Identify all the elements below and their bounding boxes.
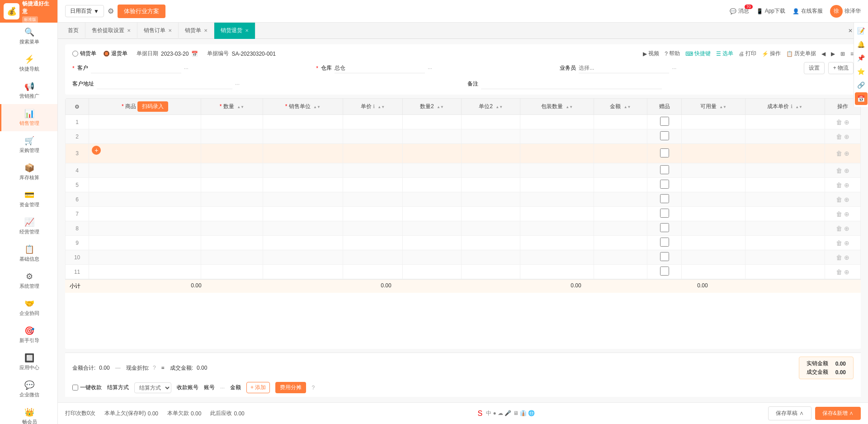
- date-calendar-icon[interactable]: 📅: [191, 51, 198, 57]
- gift-checkbox-1[interactable]: [660, 117, 669, 126]
- cell-amount-8[interactable]: [594, 221, 647, 236]
- cell-product-11[interactable]: [89, 265, 201, 279]
- cell-cost-price-6[interactable]: [745, 192, 825, 207]
- cell-available-9[interactable]: [682, 236, 745, 250]
- industry-selector[interactable]: 日用百货 ▼: [65, 5, 104, 17]
- radio-return[interactable]: 退货单: [104, 50, 127, 57]
- cell-unit-10[interactable]: [263, 250, 343, 265]
- cell-qty-9[interactable]: [201, 236, 263, 250]
- product-input-6[interactable]: [118, 196, 172, 203]
- sidebar-item-sales[interactable]: 📊 销售管理: [0, 104, 57, 131]
- cell-gift-10[interactable]: [647, 250, 681, 265]
- cell-price-9[interactable]: [343, 236, 403, 250]
- print-btn[interactable]: 🖨 打印: [739, 50, 756, 57]
- cell-amount-4[interactable]: [594, 163, 647, 178]
- tab-2[interactable]: 销售订单✕: [137, 23, 179, 39]
- sidebar-item-wechat[interactable]: 💬 企业微信: [0, 376, 57, 403]
- cell-pkg-4[interactable]: [520, 163, 594, 178]
- nav-prev-btn[interactable]: ◀: [821, 51, 826, 57]
- cell-product-2[interactable]: [89, 129, 201, 144]
- cell-price-10[interactable]: [343, 250, 403, 265]
- cell-qty-1[interactable]: [201, 115, 263, 129]
- cell-qty-11[interactable]: [201, 265, 263, 279]
- cell-unit2-6[interactable]: [461, 192, 520, 207]
- sidebar-item-purchase[interactable]: 🛒 采购管理: [0, 131, 57, 158]
- available-sort-icon[interactable]: ▲▼: [719, 105, 726, 109]
- qty-input-5[interactable]: [218, 182, 245, 188]
- qty-input-8[interactable]: [218, 225, 245, 232]
- copy-btn-5[interactable]: ⊕: [844, 181, 849, 189]
- cell-gift-3[interactable]: [647, 144, 681, 163]
- cell-unit2-11[interactable]: [461, 265, 520, 279]
- cell-pkg-10[interactable]: [520, 250, 594, 265]
- cell-price-1[interactable]: [343, 115, 403, 129]
- cost-sort-icon[interactable]: ▲▼: [795, 105, 802, 109]
- topbar-gear-icon[interactable]: ⚙: [108, 7, 114, 15]
- one-click-payment-check[interactable]: 一键收款: [72, 384, 102, 391]
- cell-cost-price-2[interactable]: [745, 129, 825, 144]
- col-gear[interactable]: ⚙: [66, 99, 89, 115]
- unit-input-3[interactable]: [289, 150, 316, 157]
- copy-btn-1[interactable]: ⊕: [844, 119, 849, 126]
- delete-btn-2[interactable]: 🗑: [836, 133, 842, 140]
- cell-qty2-11[interactable]: [402, 265, 461, 279]
- cell-product-5[interactable]: [89, 178, 201, 192]
- cell-unit-1[interactable]: [263, 115, 343, 129]
- cell-unit2-9[interactable]: [461, 236, 520, 250]
- customer-input[interactable]: [91, 63, 181, 73]
- cell-pkg-7[interactable]: [520, 207, 594, 221]
- gift-checkbox-9[interactable]: [660, 238, 669, 247]
- unit-input-5[interactable]: [289, 182, 316, 188]
- cell-pkg-5[interactable]: [520, 178, 594, 192]
- unit-input-8[interactable]: [289, 225, 316, 232]
- cell-available-1[interactable]: [682, 115, 745, 129]
- online-support-btn[interactable]: 👤 在线客服: [793, 7, 823, 15]
- cell-unit-6[interactable]: [263, 192, 343, 207]
- right-panel-note-btn[interactable]: 📝: [855, 24, 868, 37]
- unit-input-11[interactable]: [289, 269, 316, 275]
- cell-product-6[interactable]: [89, 192, 201, 207]
- gift-checkbox-2[interactable]: [660, 131, 669, 140]
- right-panel-alert-btn[interactable]: 🔔: [855, 38, 868, 51]
- cell-qty-10[interactable]: [201, 250, 263, 265]
- history-btn[interactable]: 📋 历史单据: [786, 50, 816, 57]
- unit-input-10[interactable]: [289, 254, 316, 261]
- delete-btn-6[interactable]: 🗑: [836, 196, 842, 203]
- cell-product-4[interactable]: [89, 163, 201, 178]
- cell-gift-7[interactable]: [647, 207, 681, 221]
- cell-unit-8[interactable]: [263, 221, 343, 236]
- cell-unit2-10[interactable]: [461, 250, 520, 265]
- cost-price-info-icon[interactable]: ℹ: [791, 104, 793, 109]
- right-panel-star-btn[interactable]: ⭐: [855, 65, 868, 78]
- unit-input-1[interactable]: [289, 119, 316, 125]
- cell-available-11[interactable]: [682, 265, 745, 279]
- cell-available-2[interactable]: [682, 129, 745, 144]
- app-download-btn[interactable]: 📱 App下载: [756, 7, 785, 15]
- customer-select-btn[interactable]: ···: [184, 65, 189, 71]
- cell-gift-9[interactable]: [647, 236, 681, 250]
- expense-btn[interactable]: 费用分摊: [275, 382, 306, 393]
- product-input-3[interactable]: [118, 155, 172, 161]
- cell-cost-price-9[interactable]: [745, 236, 825, 250]
- cell-cost-price-10[interactable]: [745, 250, 825, 265]
- amount-sort-icon[interactable]: ▲▼: [624, 105, 631, 109]
- cell-qty-5[interactable]: [201, 178, 263, 192]
- sidebar-item-member[interactable]: 👑 畅会员: [0, 403, 57, 424]
- nav-next-btn[interactable]: ▶: [831, 51, 835, 57]
- cell-amount-1[interactable]: [594, 115, 647, 129]
- trial-btn[interactable]: 体验行业方案: [118, 5, 165, 18]
- cell-qty2-4[interactable]: [402, 163, 461, 178]
- copy-btn-4[interactable]: ⊕: [844, 167, 849, 174]
- price-info-icon[interactable]: ℹ: [373, 104, 375, 109]
- sidebar-item-operations[interactable]: 📈 经营管理: [0, 213, 57, 240]
- cell-qty2-9[interactable]: [402, 236, 461, 250]
- cell-unit-3[interactable]: [263, 144, 343, 163]
- cell-qty-4[interactable]: [201, 163, 263, 178]
- cell-qty2-1[interactable]: [402, 115, 461, 129]
- tab-0[interactable]: 首页: [61, 23, 85, 39]
- cell-unit2-7[interactable]: [461, 207, 520, 221]
- cell-pkg-9[interactable]: [520, 236, 594, 250]
- cell-available-6[interactable]: [682, 192, 745, 207]
- copy-btn-2[interactable]: ⊕: [844, 133, 849, 140]
- notes-input[interactable]: [481, 79, 662, 89]
